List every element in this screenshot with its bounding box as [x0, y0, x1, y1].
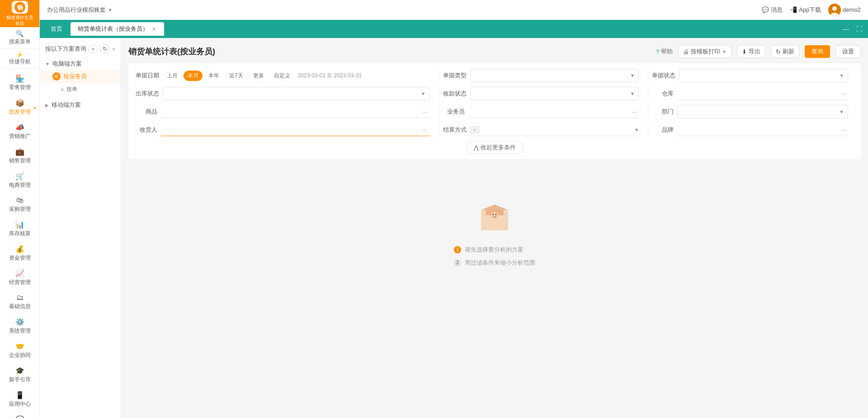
filter-receive-status: 收款状态 ▼: [443, 87, 645, 100]
filter-divider-5: [439, 105, 439, 119]
date-btn-last-month[interactable]: 上月: [163, 71, 182, 81]
goods-input[interactable]: [161, 108, 421, 115]
warehouse-label: 仓库: [652, 90, 677, 98]
export-label: 导出: [749, 48, 760, 56]
marketing-icon: 📣: [15, 123, 24, 132]
brand-input[interactable]: [677, 126, 839, 133]
lp-sub-item-label: 按单: [66, 86, 77, 93]
lp-item-by-staff[interactable]: 按 按业务员: [40, 70, 121, 83]
sidebar-item-appstore[interactable]: 📱 应用中心: [0, 387, 39, 412]
lp-section-mobile-header[interactable]: ▶ 移动端方案: [40, 99, 121, 111]
lp-add-btn[interactable]: ＋: [89, 44, 98, 53]
sidebar-item-purchase[interactable]: 🛍 采购管理: [0, 193, 39, 217]
filter-row-2: 出库状态 ▼ 收款状态 ▼: [136, 87, 854, 100]
sidebar-item-system[interactable]: ⚙️ 系统管理: [0, 314, 39, 338]
export-icon: ⬇: [742, 48, 747, 55]
out-status-dropdown[interactable]: ▼: [163, 87, 430, 100]
tab-close-icon[interactable]: ✕: [151, 25, 157, 33]
export-btn[interactable]: ⬇ 导出: [737, 45, 765, 58]
sidebar-item-inventory[interactable]: 📊 库存核算: [0, 217, 39, 241]
goods-ellipsis[interactable]: ···: [421, 108, 430, 115]
sidebar-item-enterprise[interactable]: 🤝 企业协同: [0, 338, 39, 363]
brand-label: 品牌: [652, 126, 677, 134]
date-btn-this-month[interactable]: 本月: [184, 71, 203, 81]
print-btn[interactable]: 🖨 按模板打印 ▼: [678, 45, 731, 58]
settlement-arrow-icon: ▼: [634, 127, 639, 133]
app-download-btn[interactable]: 📲 App下载: [790, 6, 821, 14]
settings-btn[interactable]: 设置: [835, 45, 861, 58]
search-menu[interactable]: 🔍 搜索菜单: [0, 27, 39, 49]
quick-nav[interactable]: ⚡ 快捷导航: [0, 49, 39, 69]
receive-status-dropdown[interactable]: ▼: [470, 87, 639, 100]
filter-divider-6: [648, 105, 648, 119]
sidebar-item-ops[interactable]: 📈 经营管理: [0, 266, 39, 290]
sidebar-item-finance[interactable]: 💰 资金管理: [0, 241, 39, 266]
lp-sub-item-icon: ≡: [61, 86, 64, 93]
account-dropdown-icon: ▼: [108, 7, 113, 13]
tab-minimize-btn[interactable]: —: [841, 24, 851, 34]
account-name: 办公用品行业模拟账套: [47, 6, 106, 14]
receiver-input[interactable]: [161, 126, 421, 133]
lp-sub-item-by-order[interactable]: ≡ 按单: [40, 83, 121, 95]
sidebar-item-newbie[interactable]: 🎓 新手引导: [0, 363, 39, 387]
brand-input-wrap: ···: [677, 124, 848, 136]
staff-ellipsis[interactable]: ···: [630, 108, 639, 115]
lp-desktop-arrow-icon: ▼: [45, 62, 50, 66]
receive-status-label: 收款状态: [443, 90, 470, 98]
sales-label: 销售管理: [9, 157, 31, 165]
content-area: 按以下方案查询 ＋ ↻ « ▼ 电脑端方案 按 按业务员 ≡ 按: [40, 38, 868, 418]
receiver-label: 收货人: [136, 126, 161, 134]
brand-ellipsis[interactable]: ···: [839, 126, 848, 133]
collapse-btn[interactable]: ⋀ 收起更多条件: [466, 141, 524, 154]
sidebar-item-basic[interactable]: 🗂 基础信息: [0, 290, 39, 314]
print-label: 按模板打印: [691, 48, 720, 56]
dept-dropdown[interactable]: ▼: [677, 105, 848, 119]
print-icon: 🖨: [683, 48, 689, 55]
sidebar-item-ecommerce[interactable]: 🛒 电商管理: [0, 168, 39, 193]
filter-goods: 商品 ···: [136, 105, 435, 118]
svg-point-8: [493, 214, 494, 215]
doc-type-dropdown[interactable]: ▼: [470, 69, 639, 82]
lp-desktop-label: 电脑端方案: [52, 60, 82, 68]
user-menu[interactable]: demo2: [828, 4, 861, 16]
message-label: 消息: [771, 6, 783, 14]
print-dropdown-icon: ▼: [722, 49, 726, 54]
account-selector[interactable]: 办公用品行业模拟账套 ▼: [47, 6, 113, 14]
query-btn[interactable]: 查询: [805, 45, 830, 58]
lp-collapse-btn[interactable]: «: [112, 46, 115, 52]
staff-input[interactable]: [468, 108, 630, 115]
date-btn-7days[interactable]: 近7天: [225, 71, 247, 81]
sidebar-item-wechat[interactable]: 💬 企业微信: [0, 412, 39, 418]
left-panel-actions: ＋ ↻ «: [89, 44, 115, 53]
lp-section-desktop-header[interactable]: ▼ 电脑端方案: [40, 58, 121, 70]
tab-maximize-btn[interactable]: ⛶: [854, 24, 864, 34]
filter-date: 单据日期 上月 本月 本年 近7天 更多 自定义 2023-03-01 至 20…: [136, 71, 435, 81]
sidebar-item-retail[interactable]: 🏪 零售管理: [0, 71, 39, 95]
settlement-tag-close[interactable]: ×: [473, 127, 476, 133]
basic-label: 基础信息: [9, 303, 31, 310]
date-btn-more[interactable]: 更多: [249, 71, 268, 81]
message-btn[interactable]: 💬 消息: [762, 6, 783, 14]
lp-section-mobile: ▶ 移动端方案: [40, 97, 121, 113]
refresh-btn[interactable]: ↻ 刷新: [771, 45, 799, 58]
lp-refresh-btn[interactable]: ↻: [100, 44, 109, 53]
help-btn[interactable]: ? 帮助: [656, 48, 673, 56]
warehouse-input[interactable]: [677, 90, 839, 97]
receive-status-arrow-icon: ▼: [630, 91, 635, 96]
tab-home[interactable]: 首页: [43, 22, 70, 36]
filter-divider-3: [439, 87, 439, 100]
tab-sales-stat[interactable]: 销货单统计表（按业务员） ✕: [71, 22, 164, 36]
marketing-label: 营销推广: [9, 133, 31, 140]
doc-status-dropdown[interactable]: ▼: [679, 69, 848, 82]
dept-label: 部门: [652, 108, 677, 116]
sidebar-item-sales[interactable]: 💼 销售管理: [0, 144, 39, 168]
sidebar-item-wholesale[interactable]: 📦 批发管理: [0, 95, 39, 119]
wholesale-label: 批发管理: [9, 108, 31, 116]
goods-label: 商品: [136, 108, 161, 116]
warehouse-ellipsis[interactable]: ···: [839, 90, 848, 97]
sidebar-item-marketing[interactable]: 📣 营销推广: [0, 119, 39, 144]
receiver-ellipsis[interactable]: ···: [421, 126, 430, 133]
basic-icon: 🗂: [16, 294, 24, 302]
date-btn-custom[interactable]: 自定义: [270, 71, 294, 81]
date-btn-this-year[interactable]: 本年: [204, 71, 223, 81]
